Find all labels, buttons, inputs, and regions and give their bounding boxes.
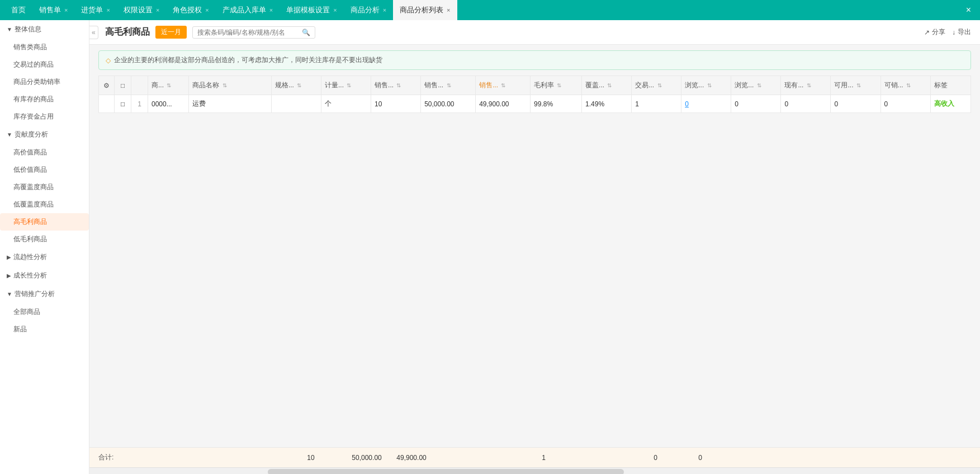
arrow-down-icon: ▼ — [7, 26, 12, 32]
sidebar-item-low-coverage[interactable]: 低覆盖度商品 — [0, 196, 89, 213]
info-icon: ◇ — [106, 57, 111, 64]
code-column-header[interactable]: 商... ⇅ — [148, 76, 189, 95]
footer-usable: 0 — [695, 454, 740, 462]
row-transaction-cell: 1 — [632, 95, 681, 113]
row-code-cell: 0000... — [148, 95, 189, 113]
footer-label: 合计: — [98, 453, 113, 462]
nav-permission[interactable]: 权限设置 × — [117, 0, 166, 20]
sidebar-collapse-button[interactable]: « — [89, 26, 98, 39]
sidebar-item-stock-capital[interactable]: 库存资金占用 — [0, 108, 89, 125]
close-product-inbound-tab[interactable]: × — [269, 7, 273, 13]
browse1-column-header[interactable]: 浏览... ⇅ — [681, 76, 731, 95]
settings-column-header[interactable]: ⚙ — [99, 76, 115, 95]
share-button[interactable]: ↗ 分享 — [924, 27, 945, 37]
sidebar-item-low-margin[interactable]: 低毛利商品 — [0, 231, 89, 248]
sidebar: ▼ 整体信息 销售类商品 交易过的商品 商品分类助销率 有库存的商品 库存资金占… — [0, 20, 89, 474]
close-sales-tab[interactable]: × — [64, 7, 68, 13]
close-permission-tab[interactable]: × — [156, 7, 159, 13]
spec-column-header[interactable]: 规格... ⇅ — [271, 76, 321, 95]
name-column-header[interactable]: 商品名称 ⇅ — [189, 76, 272, 95]
sort-icon-spec: ⇅ — [297, 82, 301, 88]
browse2-column-header[interactable]: 浏览... ⇅ — [731, 76, 781, 95]
row-unit-cell: 个 — [321, 95, 371, 113]
sellable-column-header[interactable]: 可销... ⇅ — [880, 76, 930, 95]
row-checkbox-cell[interactable]: □ — [115, 95, 131, 113]
search-input[interactable] — [197, 29, 302, 36]
settings-icon: ⚙ — [103, 82, 110, 90]
footer-sales1: 10 — [304, 454, 348, 462]
checkbox-column-header[interactable]: □ — [115, 76, 131, 95]
footer-sales2: 50,000.00 — [348, 454, 393, 462]
close-product-analysis-tab[interactable]: × — [383, 7, 386, 13]
sort-icon-sellable: ⇅ — [906, 82, 911, 88]
sales2-column-header[interactable]: 销售... ⇅ — [421, 76, 476, 95]
page-title: 高毛利商品 — [105, 26, 150, 38]
sales1-column-header[interactable]: 销售... ⇅ — [371, 76, 421, 95]
search-icon[interactable]: 🔍 — [302, 29, 310, 36]
coverage-column-header[interactable]: 覆盖... ⇅ — [582, 76, 632, 95]
sidebar-section-trend[interactable]: ▶ 流趋性分析 — [0, 248, 89, 266]
sort-icon-name: ⇅ — [222, 82, 227, 88]
footer-spacer3 — [583, 454, 617, 462]
nav-role[interactable]: 角色授权 × — [166, 0, 215, 20]
nav-product-inbound[interactable]: 产成品入库单 × — [216, 0, 280, 20]
nav-product-analysis-list[interactable]: 商品分析列表 × — [393, 0, 457, 20]
sort-icon-current: ⇅ — [807, 82, 811, 88]
sidebar-item-new-goods[interactable]: 新品 — [0, 321, 89, 338]
sort-icon-transaction: ⇅ — [657, 82, 662, 88]
scrollbar-thumb[interactable] — [268, 469, 624, 474]
sort-icon-usable: ⇅ — [856, 82, 861, 88]
sort-icon-browse1: ⇅ — [707, 82, 712, 88]
row-settings-cell — [99, 95, 115, 113]
header-actions: ↗ 分享 ↓ 导出 — [924, 27, 971, 37]
nav-template-setting[interactable]: 单据模板设置 × — [280, 0, 343, 20]
filter-recent-month-button[interactable]: 近一月 — [155, 26, 187, 39]
row-sales3-cell: 49,900.00 — [476, 95, 531, 113]
row-name-cell: 运费 — [189, 95, 272, 113]
sidebar-item-all-goods[interactable]: 全部商品 — [0, 303, 89, 321]
sort-icon-grossrate: ⇅ — [557, 82, 561, 88]
sidebar-item-high-coverage[interactable]: 高覆盖度商品 — [0, 179, 89, 196]
current-column-header[interactable]: 现有... ⇅ — [781, 76, 831, 95]
nav-product-analysis[interactable]: 商品分析 × — [344, 0, 393, 20]
close-role-tab[interactable]: × — [205, 7, 209, 13]
footer-spacer2 — [505, 454, 538, 462]
sidebar-item-high-margin[interactable]: 高毛利商品 — [0, 213, 89, 231]
table-header-row: ⚙ □ 商... ⇅ 商品名称 ⇅ — [99, 76, 971, 95]
footer-values: 10 50,000.00 49,900.00 1 0 0 — [125, 454, 971, 462]
close-purchase-tab[interactable]: × — [106, 7, 110, 13]
nav-sales[interactable]: 销售单 × — [32, 0, 74, 20]
row-browse1-cell[interactable]: 0 — [681, 95, 731, 113]
sidebar-item-traded-goods[interactable]: 交易过的商品 — [0, 56, 89, 73]
sidebar-section-marketing[interactable]: ▼ 营销推广分析 — [0, 285, 89, 303]
transaction-column-header[interactable]: 交易... ⇅ — [632, 76, 681, 95]
close-product-analysis-list-tab[interactable]: × — [447, 7, 450, 13]
row-coverage-cell: 1.49% — [582, 95, 632, 113]
unit-column-header[interactable]: 计量... ⇅ — [321, 76, 371, 95]
export-button[interactable]: ↓ 导出 — [952, 27, 971, 37]
sidebar-section-contribution[interactable]: ▼ 贡献度分析 — [0, 125, 89, 144]
sidebar-item-sales-goods[interactable]: 销售类商品 — [0, 39, 89, 56]
row-browse2-cell: 0 — [731, 95, 781, 113]
sidebar-item-high-value[interactable]: 高价值商品 — [0, 144, 89, 161]
sidebar-item-in-stock[interactable]: 有库存的商品 — [0, 91, 89, 108]
sidebar-item-low-value[interactable]: 低价值商品 — [0, 161, 89, 179]
sidebar-item-category-rate[interactable]: 商品分类助销率 — [0, 73, 89, 91]
nav-home[interactable]: 首页 — [4, 0, 32, 20]
sales3-column-header[interactable]: 销售... ⇅ — [476, 76, 531, 95]
horizontal-scrollbar[interactable] — [89, 467, 980, 474]
grossrate-column-header[interactable]: 毛利率 ⇅ — [531, 76, 582, 95]
checkbox-all-icon: □ — [121, 82, 125, 90]
content-area: « 高毛利商品 近一月 🔍 ↗ 分享 ↓ 导出 ◇ — [89, 20, 980, 474]
sort-icon-sales2: ⇅ — [447, 82, 451, 88]
close-template-tab[interactable]: × — [333, 7, 337, 13]
nav-purchase[interactable]: 进货单 × — [74, 0, 116, 20]
sidebar-section-growth[interactable]: ▶ 成长性分析 — [0, 266, 89, 285]
footer-transaction: 1 — [538, 454, 583, 462]
sidebar-section-overall[interactable]: ▼ 整体信息 — [0, 20, 89, 39]
arrow-down-icon-3: ▼ — [7, 291, 12, 297]
usable-column-header[interactable]: 可用... ⇅ — [831, 76, 880, 95]
row-checkbox-icon: □ — [121, 100, 125, 108]
close-all-tabs[interactable]: × — [962, 5, 976, 15]
share-icon: ↗ — [924, 29, 930, 36]
